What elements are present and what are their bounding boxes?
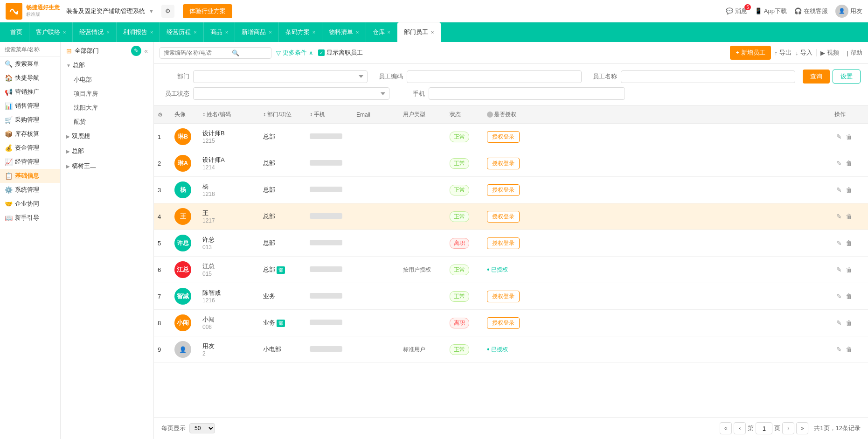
dept-edit-icon[interactable]: ✎ <box>131 46 141 56</box>
export-button[interactable]: ↑ 导出 <box>775 49 792 57</box>
nav-tab-经营情况[interactable]: 经营情况× <box>73 22 116 42</box>
delete-button[interactable]: 🗑 <box>844 318 854 328</box>
dept-group-title[interactable]: ▼总部 <box>61 58 153 73</box>
cell-user-type <box>399 150 446 177</box>
sidebar-item-快捷导航[interactable]: 🏠快捷导航 <box>0 71 60 85</box>
service-button[interactable]: 🎧 在线客服 <box>794 7 828 15</box>
dept-sub-item[interactable]: 沈阳大库 <box>61 101 153 115</box>
help-button[interactable]: | 帮助 <box>847 49 862 57</box>
emp-code-input[interactable] <box>407 70 581 83</box>
edit-button[interactable]: ✎ <box>834 292 844 301</box>
sidebar-search-input[interactable] <box>5 46 61 53</box>
sidebar-item-经营管理[interactable]: 📈经营管理 <box>0 155 60 169</box>
sidebar-item-新手引导[interactable]: 📖新手引导 <box>0 211 60 225</box>
delete-button[interactable]: 🗑 <box>844 185 854 195</box>
nav-tab-部门员工[interactable]: 部门员工× <box>397 22 441 42</box>
nav-tab-新增商品[interactable]: 新增商品× <box>235 22 278 42</box>
auth-button[interactable]: 授权登录 <box>487 158 520 169</box>
col-auth: i 是否授权 <box>483 106 539 124</box>
nav-tab-close[interactable]: × <box>63 29 66 35</box>
dept-sub-item[interactable]: 配货 <box>61 115 153 129</box>
emp-status-select[interactable] <box>193 87 389 100</box>
nav-tab-close[interactable]: × <box>312 29 315 35</box>
emp-name-input[interactable] <box>621 70 795 83</box>
auth-button[interactable]: 授权登录 <box>487 211 520 223</box>
nav-tab-close[interactable]: × <box>106 29 109 35</box>
sidebar-item-系统管理[interactable]: ⚙️系统管理 <box>0 183 60 197</box>
auth-button[interactable]: 授权登录 <box>487 291 520 302</box>
nav-tab-close[interactable]: × <box>388 29 390 35</box>
system-dropdown-arrow[interactable]: ▼ <box>149 8 154 14</box>
nav-tab-商品[interactable]: 商品× <box>204 22 235 42</box>
nav-tab-close[interactable]: × <box>194 29 196 35</box>
nav-tab-物料清单[interactable]: 物料清单× <box>322 22 366 42</box>
dept-sub-item[interactable]: 小电部 <box>61 73 153 87</box>
delete-button[interactable]: 🗑 <box>844 159 854 168</box>
app-download-button[interactable]: 📱 App下载 <box>755 7 787 15</box>
edit-button[interactable]: ✎ <box>834 265 844 274</box>
dept-group-title[interactable]: ▶槁树王二 <box>61 159 153 174</box>
video-button[interactable]: ▶ 视频 <box>820 49 839 57</box>
page-size-select[interactable]: 50 100 200 <box>189 423 215 433</box>
trial-button[interactable]: 体验行业方案 <box>183 4 232 18</box>
auth-button[interactable]: 授权登录 <box>487 184 520 196</box>
edit-button[interactable]: ✎ <box>834 132 844 141</box>
dept-sub-item[interactable]: 项目库房 <box>61 87 153 101</box>
nav-tab-利润报告[interactable]: 利润报告× <box>117 22 160 42</box>
delete-button[interactable]: 🗑 <box>844 212 854 221</box>
delete-button[interactable]: 🗑 <box>844 345 854 354</box>
page-number-input[interactable] <box>756 422 772 434</box>
dept-group-title[interactable]: ▶总部 <box>61 144 153 159</box>
set-button[interactable]: 设置 <box>833 70 861 84</box>
delete-button[interactable]: 🗑 <box>844 132 854 141</box>
dept-group-title[interactable]: ▶双鹿想 <box>61 129 153 144</box>
show-former-toggle[interactable]: ✓ 显示离职员工 <box>318 49 363 57</box>
next-page-button[interactable]: › <box>782 422 794 434</box>
message-button[interactable]: 💬 消息 5 <box>726 7 747 15</box>
sidebar-item-基础信息[interactable]: 📋基础信息 <box>0 169 60 183</box>
nav-tab-close[interactable]: × <box>269 29 271 35</box>
auth-button[interactable]: 授权登录 <box>487 317 520 329</box>
more-filter-btn[interactable]: ▽ 更多条件 ∧ <box>276 49 313 57</box>
import-button[interactable]: ↓ 导入 <box>795 49 812 57</box>
nav-tab-close[interactable]: × <box>431 29 434 35</box>
edit-button[interactable]: ✎ <box>834 238 844 248</box>
auth-button[interactable]: 授权登录 <box>487 237 520 249</box>
nav-tab-close[interactable]: × <box>225 29 228 35</box>
sidebar-item-资金管理[interactable]: 💰资金管理 <box>0 141 60 155</box>
edit-button[interactable]: ✎ <box>834 345 844 354</box>
prev-page-button[interactable]: ‹ <box>734 422 746 434</box>
delete-button[interactable]: 🗑 <box>844 238 854 248</box>
sidebar-item-企业协同[interactable]: 🤝企业协同 <box>0 197 60 211</box>
sidebar-item-库存核算[interactable]: 📦库存核算 <box>0 127 60 141</box>
gear-button[interactable]: ⚙ <box>161 5 174 18</box>
query-button[interactable]: 查询 <box>803 70 830 84</box>
sidebar-item-采购管理[interactable]: 🛒采购管理 <box>0 113 60 127</box>
nav-tab-close[interactable]: × <box>150 29 153 35</box>
phone-input[interactable] <box>429 87 625 100</box>
sidebar-item-搜索菜单[interactable]: 🔍搜索菜单 <box>0 57 60 71</box>
nav-tab-条码方案[interactable]: 条码方案× <box>279 22 322 42</box>
delete-button[interactable]: 🗑 <box>844 265 854 274</box>
add-employee-button[interactable]: + 新增员工 <box>730 46 771 60</box>
edit-button[interactable]: ✎ <box>834 212 844 221</box>
nav-tab-客户联络[interactable]: 客户联络× <box>29 22 73 42</box>
edit-button[interactable]: ✎ <box>834 318 844 328</box>
dept-collapse-btn[interactable]: « <box>144 47 148 55</box>
user-area[interactable]: 👤 用友 <box>835 5 862 18</box>
last-page-button[interactable]: » <box>796 422 808 434</box>
edit-button[interactable]: ✎ <box>834 185 844 195</box>
dept-select[interactable] <box>193 70 368 83</box>
emp-search-input[interactable] <box>164 49 229 56</box>
auth-button[interactable]: 授权登录 <box>487 131 520 143</box>
edit-button[interactable]: ✎ <box>834 159 844 168</box>
first-page-button[interactable]: « <box>720 422 732 434</box>
delete-button[interactable]: 🗑 <box>844 292 854 301</box>
sidebar-item-营销推广[interactable]: 📢营销推广 <box>0 85 60 99</box>
nav-tab-经营历程[interactable]: 经营历程× <box>160 22 203 42</box>
nav-tab-close[interactable]: × <box>356 29 359 35</box>
nav-tab-首页[interactable]: 首页 <box>4 22 29 42</box>
nav-tab-仓库[interactable]: 仓库× <box>366 22 397 42</box>
sidebar-item-销售管理[interactable]: 📊销售管理 <box>0 99 60 113</box>
col-settings[interactable]: ⚙ <box>154 106 171 124</box>
